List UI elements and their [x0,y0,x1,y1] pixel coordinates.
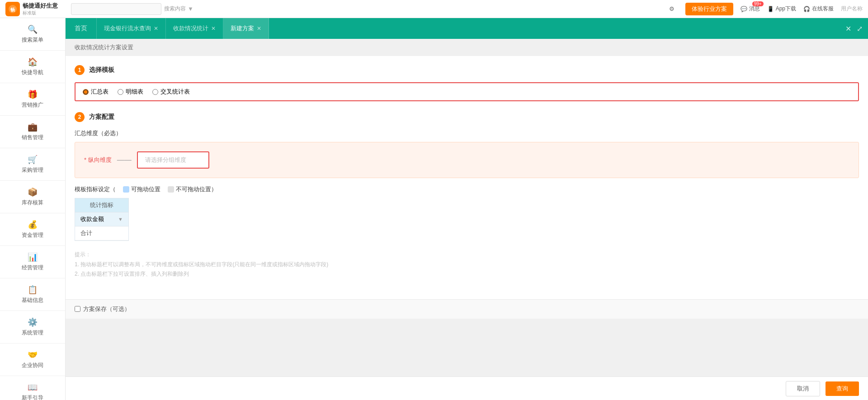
radio-cross[interactable]: 交叉统计表 [152,88,190,96]
footer-section: 方案保存（可选） [66,299,868,319]
sidebar-item-search[interactable]: 🔍 搜索菜单 [0,18,65,51]
inventory-icon: 📦 [28,187,38,197]
tab-collection-close[interactable]: ✕ [211,25,216,32]
tab-bank-label: 现金银行流水查询 [104,24,151,33]
tab-collection-label: 收款情况统计 [173,24,208,33]
step1-section: 1 选择模板 汇总表 明细表 [75,65,859,101]
message-icon: 💬 [741,6,747,12]
sidebar-item-finance[interactable]: 💰 资金管理 [0,213,65,246]
save-label: 方案保存（可选） [83,305,130,313]
user-name[interactable]: 用户名称 [841,5,863,13]
sidebar-item-marketing[interactable]: 🎁 营销推广 [0,83,65,116]
sidebar-item-system[interactable]: ⚙️ 系统管理 [0,311,65,344]
non-draggable-badge: 不可拖动位置） [168,185,217,193]
summary-dimension-section: 汇总维度（必选） * 纵向维度 —— 请选择分组维度 [75,129,859,178]
dimension-area: * 纵向维度 —— 请选择分组维度 [75,142,859,178]
sidebar-label-purchase: 采购管理 [22,166,43,174]
radio-summary[interactable]: 汇总表 [83,88,108,96]
dimension-placeholder: 请选择分组维度 [145,156,186,163]
page-content: 收款情况统计方案设置 1 选择模板 汇总表 [66,39,868,376]
tab-bank[interactable]: 现金银行流水查询 ✕ [97,18,166,39]
sidebar-item-home[interactable]: 🏠 快捷导航 [0,51,65,83]
sidebar-item-management[interactable]: 📊 经营管理 [0,246,65,278]
draggable-badge: 可拖动位置 [123,185,160,193]
sidebar-item-purchase[interactable]: 🛒 采购管理 [0,148,65,181]
bottom-bar: 取消 查询 [66,376,868,400]
tab-bar: 首页 现金银行流水查询 ✕ 收款情况统计 ✕ 新建方案 ✕ ✕ ⤢ [66,18,868,39]
metrics-column-header[interactable]: 收款金额 ▼ [75,212,128,226]
finance-icon: 💰 [28,220,38,230]
tip1: 1. 拖动标题栏可以调整布局，不可跨维度或指标区域拖动栏目字段(只能在同一维度或… [75,260,859,270]
content-area: 首页 现金银行流水查询 ✕ 收款情况统计 ✕ 新建方案 ✕ ✕ ⤢ 收款情况统计… [66,18,868,400]
sidebar-item-basic[interactable]: 📋 基础信息 [0,278,65,311]
dimension-row: * 纵向维度 —— 请选择分组维度 [84,151,849,169]
top-search: 搜索内容 ▼ [71,3,665,15]
tip-prefix: 提示： [75,250,859,260]
trial-button[interactable]: 体验行业方案 [685,3,733,15]
radio-summary-label: 汇总表 [91,88,108,96]
metrics-cell-total: 合计 [75,226,128,240]
chevron-down-icon[interactable]: ▼ [188,5,193,12]
search-input[interactable] [71,3,161,15]
tab-collection[interactable]: 收款情况统计 ✕ [166,18,223,39]
draggable-dot [123,186,129,193]
svg-text:畅: 畅 [10,7,15,12]
step1-num: 1 [75,65,85,75]
step2-num: 2 [75,112,85,122]
tip2: 2. 点击标题栏下拉可设置排序、插入列和删除列 [75,269,859,279]
sidebar-label-search: 搜索菜单 [22,36,43,44]
message-button[interactable]: 💬 消息 99+ [741,5,760,13]
non-draggable-label: 不可拖动位置） [176,185,217,193]
gear-button[interactable]: ⚙ [665,3,678,15]
main-layout: 🔍 搜索菜单 🏠 快捷导航 🎁 营销推广 💼 销售管理 🛒 采购管理 📦 库存核… [0,18,868,400]
tab-new-plan[interactable]: 新建方案 ✕ [223,18,269,39]
step2-title: 方案配置 [89,113,114,121]
search-placeholder: 搜索内容 [164,5,186,13]
metrics-section: 模板指标设定（ 可拖动位置 不可拖动位置） [75,185,859,279]
tab-home[interactable]: 首页 [66,18,97,39]
sidebar-label-home: 快捷导航 [22,69,43,76]
sidebar-item-guide[interactable]: 📖 新手引导 [0,376,65,400]
dropdown-arrow-icon: ▼ [118,216,123,222]
metrics-table-container: 统计指标 收款金额 ▼ 合计 [75,198,859,241]
metrics-section-label: 统计指标 [90,202,113,208]
non-draggable-dot [168,186,174,193]
radio-summary-input[interactable] [83,89,89,95]
home-icon: 🏠 [28,57,38,67]
tab-new-plan-close[interactable]: ✕ [257,25,261,32]
tab-bar-actions: ✕ ⤢ [840,18,868,39]
radio-detail-input[interactable] [118,89,123,95]
sidebar-label-guide: 新手引导 [22,394,43,400]
save-checkbox[interactable] [75,306,80,312]
system-icon: ⚙️ [28,317,38,327]
close-tab-action[interactable]: ✕ [845,24,851,33]
download-button[interactable]: 📱 App下载 [767,5,796,13]
radio-detail[interactable]: 明细表 [118,88,143,96]
service-label: 在线客服 [812,5,834,13]
radio-cross-input[interactable] [152,89,158,95]
sidebar-label-management: 经营管理 [22,264,43,272]
dimension-select[interactable]: 请选择分组维度 [137,151,209,169]
query-button[interactable]: 查询 [826,381,859,396]
management-icon: 📊 [28,252,38,262]
metrics-cell-label: 合计 [80,230,92,236]
tab-bank-close[interactable]: ✕ [154,25,158,32]
logo-text: 畅捷通好生意 [23,2,58,10]
sidebar-item-cooperation[interactable]: 🤝 企业协同 [0,344,65,376]
marketing-icon: 🎁 [28,89,38,99]
sidebar-item-inventory[interactable]: 📦 库存核算 [0,181,65,213]
summary-dimension-title-text: 汇总维度（必选） [75,130,122,136]
logo-icon: 畅 [5,2,20,16]
metrics-title-text: 模板指标设定（ [75,185,116,193]
sidebar-label-sales: 销售管理 [22,134,43,141]
save-option[interactable]: 方案保存（可选） [75,305,130,313]
cancel-button[interactable]: 取消 [786,381,820,396]
purchase-icon: 🛒 [28,155,38,165]
step1-title: 选择模板 [89,66,114,74]
sidebar-item-sales[interactable]: 💼 销售管理 [0,116,65,148]
sidebar-label-finance: 资金管理 [22,231,43,239]
service-button[interactable]: 🎧 在线客服 [803,5,834,13]
sidebar-label-cooperation: 企业协同 [22,362,43,369]
maximize-tab-action[interactable]: ⤢ [857,24,863,33]
top-bar: 畅 畅捷通好生意 标准版 搜索内容 ▼ ⚙ 体验行业方案 💬 消息 99+ 📱 … [0,0,868,18]
